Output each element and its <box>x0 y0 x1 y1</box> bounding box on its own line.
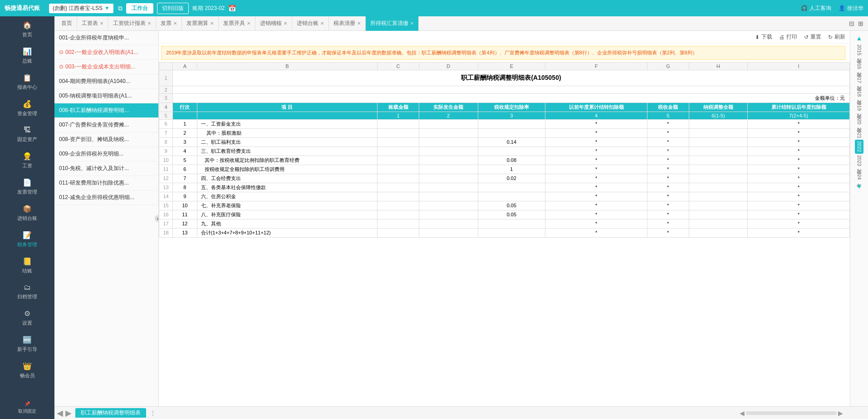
tax-icon: 📝 <box>23 231 32 239</box>
tab-invoice-open[interactable]: 发票开具✕ <box>219 16 255 31</box>
table-row: 16 11 八、补充医疗保险 0.05 * * * <box>159 210 850 219</box>
list-item-010[interactable]: 010-免税、减计收入及加计... <box>54 161 158 176</box>
scroll-left-icon[interactable]: ◀ <box>740 409 745 417</box>
list-item-003[interactable]: ⊙003-一般企业成本支出明细... <box>54 60 158 74</box>
tab-close-purchase-ledger[interactable]: ✕ <box>320 21 324 26</box>
tab-payroll[interactable]: 工资表✕ <box>77 16 108 31</box>
list-item-009[interactable]: 009-企业所得税补充明细... <box>54 147 158 161</box>
list-item-008[interactable]: 008-资产折旧、摊销及纳税... <box>54 132 158 147</box>
sidebar-item-settlement[interactable]: 📒 结账 <box>0 253 54 279</box>
unit-label: 金额单位：元 <box>173 93 850 102</box>
tab-close-invoice-open[interactable]: ✕ <box>247 21 250 26</box>
sidebar-item-invoice[interactable]: 📄 发票管理 <box>0 174 54 200</box>
human-service-button[interactable]: 🎧 人工客询 <box>801 5 831 12</box>
list-item-005[interactable]: 005-纳税调整项目明细表(A1... <box>54 89 158 103</box>
left-panel: 001-企业所得税年度纳税申... ⊙002-一般企业收入明细表(A1... ⊙… <box>54 31 159 406</box>
sidebar-item-settings[interactable]: ⚙ 设置 <box>0 305 54 331</box>
tab-minimize-icon[interactable]: ⊟ <box>849 20 854 27</box>
reset-button[interactable]: ↺ 重置 <box>804 33 821 41</box>
col1-header: 账载金额 <box>378 102 419 112</box>
tab-purchase-ledger[interactable]: 进销台账✕ <box>292 16 329 31</box>
col2-header: 实际发生金额 <box>419 102 478 112</box>
sidebar-item-reports[interactable]: 📋 报表中心 <box>0 69 54 95</box>
calendar-icon[interactable]: 📅 <box>228 5 236 12</box>
sheet-menu-icon[interactable]: ⋮ <box>150 409 156 417</box>
sheet-tab-active[interactable]: 职工薪酬纳税调整明细表 <box>75 408 146 418</box>
sidebar-item-assets[interactable]: 🏗 固定资产 <box>0 122 54 147</box>
col-item-header: 项 目 <box>197 102 378 112</box>
pin-icon: 📌 <box>25 401 30 406</box>
list-item-007[interactable]: 007-广告费和业务宣传费摊... <box>54 118 158 132</box>
sheet-nav-left[interactable]: ◀ <box>57 408 63 418</box>
year-2023[interactable]: 2023年 <box>855 154 863 167</box>
year-2022[interactable]: 2022年 <box>855 140 863 153</box>
list-item-001[interactable]: 001-企业所得税年度纳税申... <box>54 31 158 45</box>
col-header-G: G <box>647 62 689 70</box>
tab-close-payroll-stats[interactable]: ✕ <box>147 21 151 26</box>
tab-maximize-icon[interactable]: ⊞ <box>858 20 863 27</box>
year-2017[interactable]: 2017年 <box>855 71 863 84</box>
tab-home[interactable]: 首页 <box>57 16 77 31</box>
sidebar-item-ledger[interactable]: 📊 总账 <box>0 43 54 69</box>
sidebar-item-payroll[interactable]: 👷 工资 <box>0 147 54 174</box>
error-icon-003: ⊙ <box>59 63 64 70</box>
list-item-012[interactable]: 012-减免企业所得税优惠明细... <box>54 190 158 205</box>
tab-tax-list[interactable]: 税表清册✕ <box>329 16 366 31</box>
list-item-006[interactable]: 006-职工薪酬纳税调整明细... <box>54 103 158 118</box>
tab-close-tax-list[interactable]: ✕ <box>357 21 361 26</box>
reset-icon: ↺ <box>804 34 809 40</box>
list-item-002[interactable]: ⊙002-一般企业收入明细表(A1... <box>54 45 158 60</box>
sidebar-item-home[interactable]: 🏠 首页 <box>0 16 54 43</box>
notice-bar: 2019年度涉及取以前年度结转数据的申报表单元格需要手工维护正确，才能保证本年及… <box>161 46 845 60</box>
download-button[interactable]: ⬇ 下载 <box>755 33 772 41</box>
year-2019[interactable]: 2019年 <box>855 98 863 112</box>
tab-close-payroll[interactable]: ✕ <box>100 21 103 26</box>
company-selector[interactable]: (勿删) 江西睿宝-LSS ▼ <box>49 4 113 13</box>
tab-purchase-check[interactable]: 进销稽核✕ <box>255 16 292 31</box>
tab-close-purchase-check[interactable]: ✕ <box>284 21 287 26</box>
sidebar-item-member[interactable]: 👑 畅会员 <box>0 357 54 384</box>
tab-income-tax[interactable]: 所得税汇算清缴✕ <box>366 16 419 31</box>
refresh-icon: ↻ <box>828 34 833 40</box>
year-nav-down[interactable]: ▼ <box>855 181 864 191</box>
workspace-button[interactable]: 工作台 <box>126 3 153 14</box>
list-item-004[interactable]: 004-期间费用明细表(A1040... <box>54 74 158 89</box>
year-2016[interactable]: 2016年 <box>855 57 863 70</box>
horizontal-scrollbar[interactable] <box>746 411 837 415</box>
year-2021[interactable]: 2021年 <box>855 126 863 140</box>
ledger-icon: 📊 <box>23 47 32 56</box>
tab-invoice[interactable]: 发票✕ <box>156 16 182 31</box>
bottom-bar: ◀ ▶ 职工薪酬纳税调整明细表 ⋮ ◀ ▶ <box>54 406 868 419</box>
copy-icon[interactable]: ⧉ <box>118 5 123 12</box>
tab-close-invoice-calc[interactable]: ✕ <box>210 21 214 26</box>
table-area[interactable]: A B C D E F G H I <box>159 62 850 407</box>
sidebar-item-purchases[interactable]: 📦 进销台账 <box>0 200 54 226</box>
table-row: 2 <box>159 86 850 93</box>
sidebar-item-guide[interactable]: 🆕 新手引导 <box>0 331 54 357</box>
tab-payroll-stats[interactable]: 工资统计报表✕ <box>108 16 156 31</box>
year-2024[interactable]: 2024年 <box>855 167 863 181</box>
sheet-nav-right[interactable]: ▶ <box>65 408 72 418</box>
col-num-header: 行次 <box>173 102 197 112</box>
table-row: 11 6 按税收规定全额扣除的职工培训费用 1 * * * <box>159 165 850 174</box>
year-2015[interactable]: 2015年 <box>855 43 863 57</box>
year-nav-up[interactable]: ▲ <box>855 33 864 43</box>
table-row: 1 职工薪酬纳税调整明细表(A105050) <box>159 70 850 86</box>
tab-close-invoice[interactable]: ✕ <box>173 21 177 26</box>
tab-close-income-tax[interactable]: ✕ <box>410 21 414 26</box>
list-item-011[interactable]: 011-研发费用加计扣除优惠... <box>54 176 158 190</box>
print-icon: 🖨 <box>779 34 785 40</box>
user-avatar[interactable]: 👤 徐泾华 <box>839 5 863 12</box>
tab-invoice-calc[interactable]: 发票测算✕ <box>182 16 219 31</box>
scroll-right-icon[interactable]: ▶ <box>838 409 843 417</box>
old-version-button[interactable]: 切到旧版 <box>157 3 189 14</box>
refresh-button[interactable]: ↻ 刷新 <box>828 33 845 41</box>
collapse-panel-button[interactable]: « <box>155 215 159 222</box>
year-2020[interactable]: 2020年 <box>855 112 863 126</box>
sidebar-item-finance[interactable]: 💰 资金管理 <box>0 95 54 122</box>
sidebar-item-archive[interactable]: 🗂 归档管理 <box>0 279 54 305</box>
sidebar-item-tax[interactable]: 📝 税务管理 <box>0 226 54 253</box>
unpin-button[interactable]: 📌 取消固定 <box>0 397 54 419</box>
print-button[interactable]: 🖨 打印 <box>779 33 797 41</box>
year-2018[interactable]: 2018年 <box>855 84 863 98</box>
